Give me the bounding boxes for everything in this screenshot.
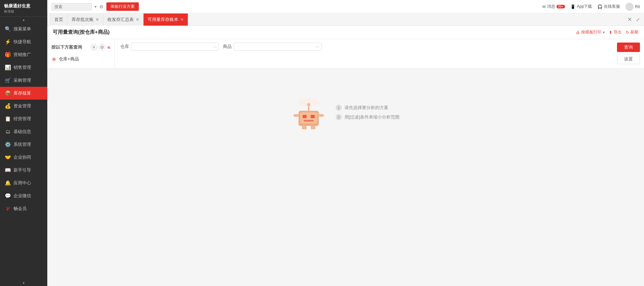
topbar-right: ✉ 消息 99+ 📱 App下载 🎧 在线客服 Rit bbox=[542, 3, 640, 11]
settings-scheme-btn[interactable]: ⊙ bbox=[99, 44, 105, 51]
scheme-actions: + ⊙ bbox=[91, 44, 105, 51]
sidebar-item-purchase[interactable]: 🛒 采购管理 bbox=[0, 74, 47, 87]
tab-summary[interactable]: 收发存汇总表 ✕ bbox=[103, 14, 144, 26]
refresh-label: 刷新 bbox=[630, 29, 639, 35]
appstore-icon: 🔔 bbox=[5, 180, 11, 186]
tabs-close-button[interactable]: ✕ bbox=[626, 16, 633, 23]
customer-service-label: 在线客服 bbox=[604, 4, 620, 9]
collapse-btn[interactable]: « bbox=[107, 44, 110, 50]
sidebar-item-label: 搜索菜单 bbox=[14, 26, 31, 32]
sidebar-item-label: 采购管理 bbox=[14, 77, 31, 83]
page-content: 可用量查询(按仓库+商品) 🖨 按模板打印 ▾ ⬆ 导出 ↻ 刷新 bbox=[47, 26, 644, 286]
sidebar-item-system[interactable]: ⚙️ 系统管理 bbox=[0, 138, 47, 151]
print-icon: 🖨 bbox=[576, 30, 580, 35]
sidebar-item-search[interactable]: 🔍 搜索菜单 bbox=[0, 23, 47, 35]
sidebar-item-sales[interactable]: 📊 销售管理 bbox=[0, 61, 47, 74]
customer-service-item[interactable]: 🎧 在线客服 bbox=[597, 4, 620, 9]
page-header-actions: 🖨 按模板打印 ▾ ⬆ 导出 ↻ 刷新 bbox=[576, 29, 639, 35]
export-action[interactable]: ⬆ 导出 bbox=[609, 29, 622, 35]
tab-batch-label: 库存批次账 bbox=[72, 17, 94, 23]
topbar-gear-icon[interactable]: ⚙ bbox=[99, 4, 104, 9]
sidebar-item-marketing[interactable]: 🎁 营销推广 bbox=[0, 48, 47, 61]
sidebar-item-finance[interactable]: 💰 资金管理 bbox=[0, 100, 47, 112]
warehouse-dots-icon[interactable]: ··· bbox=[213, 44, 217, 49]
add-scheme-btn[interactable]: + bbox=[91, 44, 97, 51]
sidebar-item-label: 快捷导航 bbox=[14, 39, 31, 45]
app-logo: 畅康通好生意 标准版 bbox=[0, 0, 47, 17]
operation-icon: 📋 bbox=[5, 116, 11, 122]
sidebar-item-label: 企业协同 bbox=[14, 154, 31, 160]
export-label: 导出 bbox=[614, 29, 622, 35]
warehouse-filter: 仓库 ··· bbox=[120, 43, 219, 51]
message-label: 消息 bbox=[547, 4, 555, 9]
scheme-warehouse-product[interactable]: ⊕ 仓库+商品 bbox=[47, 53, 114, 65]
sidebar-item-label: 基础信息 bbox=[14, 129, 31, 135]
export-icon: ⬆ bbox=[609, 30, 612, 35]
topbar-dropdown-icon[interactable]: ▾ bbox=[95, 4, 97, 9]
headset-icon: 🎧 bbox=[597, 4, 602, 9]
tabs-bar: 首页 库存批次账 ✕ 收发存汇总表 ✕ 可用量库存账本 ✕ ✕ ⤢ bbox=[47, 14, 644, 26]
sidebar-item-member[interactable]: V 畅会员 bbox=[0, 202, 47, 215]
sidebar-item-appstore[interactable]: 🔔 应用中心 bbox=[0, 177, 47, 189]
svg-rect-4 bbox=[304, 120, 314, 122]
topbar-search-input[interactable] bbox=[51, 3, 92, 10]
tab-batch[interactable]: 库存批次账 ✕ bbox=[68, 14, 103, 26]
warehouse-input[interactable] bbox=[131, 43, 219, 51]
app-download-item[interactable]: 📱 App下载 bbox=[570, 4, 592, 9]
refresh-icon: ↻ bbox=[626, 30, 629, 35]
tab-summary-label: 收发存汇总表 bbox=[107, 17, 134, 23]
svg-point-11 bbox=[299, 98, 319, 106]
message-icon: ✉ bbox=[542, 4, 546, 9]
main-area: ▾ ⚙ 体验行业方案 ✉ 消息 99+ 📱 App下载 🎧 在线客服 Rit bbox=[47, 0, 644, 286]
tip-text-1: 请先选择要分析的方案 bbox=[344, 105, 388, 111]
tip-text-2: 用[过滤]条件来缩小分析范围 bbox=[344, 114, 400, 120]
tabs-right-actions: ✕ ⤢ bbox=[626, 16, 641, 23]
settings-button[interactable]: 设置 bbox=[617, 54, 640, 64]
sidebar-item-shortcut[interactable]: ⚡ 快捷导航 bbox=[0, 35, 47, 48]
message-item[interactable]: ✉ 消息 99+ bbox=[542, 4, 565, 9]
svg-rect-2 bbox=[303, 115, 307, 118]
tabs-expand-button[interactable]: ⤢ bbox=[635, 17, 641, 22]
empty-state: 1 请先选择要分析的方案 2 用[过滤]条件来缩小分析范围 bbox=[47, 69, 644, 156]
sidebar-item-basic[interactable]: 🗂 基础信息 bbox=[0, 125, 47, 138]
print-action[interactable]: 🖨 按模板打印 ▾ bbox=[576, 29, 605, 35]
sidebar-item-label: 畅会员 bbox=[14, 206, 27, 212]
print-label: 按模板打印 bbox=[581, 29, 601, 35]
tip-num-2: 2 bbox=[336, 114, 342, 120]
empty-illustration bbox=[292, 96, 326, 129]
query-filters: 仓库 ··· 商品 ··· bbox=[115, 39, 613, 68]
query-scheme-panel: 按以下方案查询 + ⊙ « ⊕ 仓库+商品 bbox=[47, 39, 115, 68]
sidebar-item-label: 应用中心 bbox=[14, 180, 31, 186]
sidebar-item-newbie[interactable]: 📖 新手引导 bbox=[0, 164, 47, 177]
app-subtitle: 标准版 bbox=[4, 9, 43, 14]
tab-batch-close-icon[interactable]: ✕ bbox=[96, 17, 99, 22]
tab-home[interactable]: 首页 bbox=[50, 14, 68, 26]
sidebar-item-wechat[interactable]: 💬 企业微信 bbox=[0, 189, 47, 202]
product-input-wrap: ··· bbox=[234, 43, 321, 51]
tab-available[interactable]: 可用量库存账本 ✕ bbox=[144, 14, 188, 26]
warehouse-label: 仓库 bbox=[120, 44, 129, 50]
sidebar-scroll-up[interactable]: ▲ bbox=[0, 17, 47, 23]
user-avatar bbox=[625, 3, 634, 11]
sidebar-item-operation[interactable]: 📋 经营管理 bbox=[0, 112, 47, 125]
refresh-action[interactable]: ↻ 刷新 bbox=[626, 29, 639, 35]
empty-content: 1 请先选择要分析的方案 2 用[过滤]条件来缩小分析范围 bbox=[292, 96, 400, 129]
basic-icon: 🗂 bbox=[5, 129, 11, 134]
tab-summary-close-icon[interactable]: ✕ bbox=[136, 17, 139, 22]
sidebar-item-label: 企业微信 bbox=[14, 193, 31, 199]
member-icon: V bbox=[5, 206, 11, 211]
robot-svg bbox=[292, 96, 326, 129]
sidebar-menu: 🔍 搜索菜单 ⚡ 快捷导航 🎁 营销推广 📊 销售管理 🛒 采购管理 📦 库存核… bbox=[0, 23, 47, 280]
product-input[interactable] bbox=[234, 43, 321, 51]
industry-btn[interactable]: 体验行业方案 bbox=[106, 2, 139, 11]
tab-available-label: 可用量库存账本 bbox=[148, 17, 178, 23]
sidebar-item-label: 新手引导 bbox=[14, 167, 31, 173]
sidebar-scroll-down[interactable]: ▼ bbox=[0, 280, 47, 286]
query-button[interactable]: 查询 bbox=[617, 43, 640, 52]
scheme-label: 仓库+商品 bbox=[59, 56, 79, 62]
sidebar-item-enterprise[interactable]: 🤝 企业协同 bbox=[0, 151, 47, 164]
user-item[interactable]: Rit bbox=[625, 3, 640, 11]
product-dots-icon[interactable]: ··· bbox=[315, 44, 319, 49]
tab-available-close-icon[interactable]: ✕ bbox=[180, 17, 184, 22]
sidebar-item-inventory[interactable]: 📦 库存核算 bbox=[0, 87, 47, 100]
